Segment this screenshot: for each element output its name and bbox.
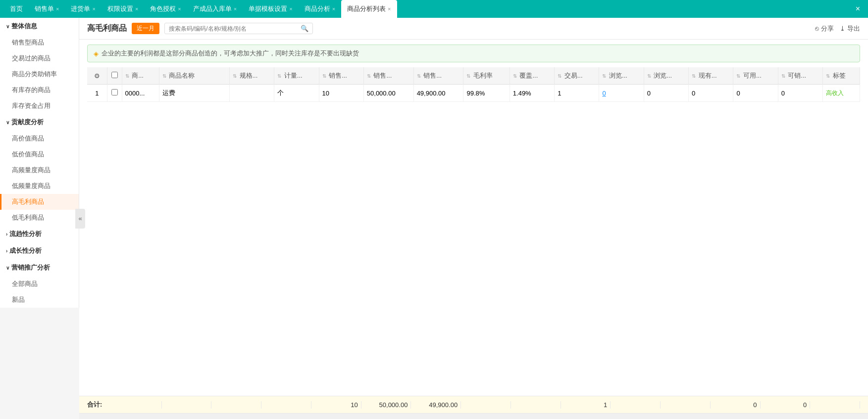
nav-tab-permissions[interactable]: 权限设置 × xyxy=(102,0,144,18)
top-navigation: 首页 销售单 × 进货单 × 权限设置 × 角色授权 × 产成品入库单 × 单据… xyxy=(0,0,868,18)
nav-tab-purchase[interactable]: 进货单 × xyxy=(65,0,101,18)
arrow-icon: ∨ xyxy=(6,120,9,125)
sidebar-item-sales-goods[interactable]: 销售型商品 xyxy=(0,35,79,50)
col-browse1[interactable]: ⇅ 浏览... xyxy=(599,67,644,85)
sort-icon: ⇅ xyxy=(466,73,470,79)
col-sales-amount[interactable]: ⇅ 销售... xyxy=(363,67,413,85)
col-settings[interactable]: ⚙ xyxy=(87,67,107,85)
col-unit[interactable]: ⇅ 计量... xyxy=(274,67,319,85)
close-icon[interactable]: × xyxy=(178,6,181,12)
table-row: 1 0000... 运费 个 10 50,000.00 49,900.00 99… xyxy=(87,85,860,102)
nav-tab-analysis[interactable]: 商品分析 × xyxy=(299,0,341,18)
share-icon: ⎋ xyxy=(815,25,819,32)
footer-cell-current-stock: 0 xyxy=(711,401,761,409)
nav-tab-analysis-list[interactable]: 商品分析列表 × xyxy=(341,0,397,18)
footer-cell-empty5 xyxy=(461,401,511,409)
sort-icon: ⇅ xyxy=(736,73,740,79)
sort-icon: ⇅ xyxy=(125,73,129,79)
cell-tag: 高收入 xyxy=(823,85,860,102)
horizontal-scrollbar[interactable] xyxy=(79,413,868,419)
col-available[interactable]: ⇅ 可用... xyxy=(733,67,778,85)
sidebar-item-new-goods[interactable]: 新品 xyxy=(0,292,79,308)
sort-icon: ⇅ xyxy=(513,73,517,79)
sidebar-collapse-button[interactable]: « xyxy=(75,209,85,229)
sort-icon: ⇅ xyxy=(781,73,785,79)
sidebar-section-overall[interactable]: ∨ 整体信息 xyxy=(0,18,79,35)
nav-tab-products[interactable]: 产成品入库单 × xyxy=(187,0,243,18)
col-code[interactable]: ⇅ 商... xyxy=(122,67,159,85)
sidebar-item-stock-capital[interactable]: 库存资金占用 xyxy=(0,98,79,114)
nav-tab-sales[interactable]: 销售单 × xyxy=(29,0,65,18)
cell-browse2: 0 xyxy=(644,85,688,102)
footer-cells: 10 50,000.00 49,900.00 1 0 0 xyxy=(112,401,860,409)
sort-icon: ⇅ xyxy=(162,73,166,79)
col-gross-margin[interactable]: ⇅ 毛利率 xyxy=(463,67,510,85)
footer-cell-available: 0 xyxy=(761,401,811,409)
cell-available: 0 xyxy=(733,85,778,102)
close-icon[interactable]: × xyxy=(135,6,138,12)
share-button[interactable]: ⎋ 分享 xyxy=(815,24,834,33)
sidebar-section-contribution[interactable]: ∨ 贡献度分析 xyxy=(0,114,79,131)
nav-tab-home[interactable]: 首页 xyxy=(4,0,29,18)
sidebar-item-traded-goods[interactable]: 交易过的商品 xyxy=(0,50,79,66)
footer-cell-transaction: 1 xyxy=(561,401,611,409)
col-transaction[interactable]: ⇅ 交易... xyxy=(555,67,599,85)
sidebar-section-marketing[interactable]: ∨ 营销推广分析 xyxy=(0,259,79,276)
sort-icon: ⇅ xyxy=(826,73,830,79)
col-checkbox[interactable] xyxy=(107,67,122,85)
sidebar-item-all-goods[interactable]: 全部商品 xyxy=(0,276,79,292)
arrow-icon: ∨ xyxy=(6,24,9,29)
footer-cell-empty2 xyxy=(162,401,212,409)
close-icon[interactable]: × xyxy=(234,6,237,12)
row-checkbox[interactable] xyxy=(111,89,118,95)
sidebar-item-high-margin[interactable]: 高毛利商品 xyxy=(0,194,79,210)
cell-transaction: 1 xyxy=(555,85,599,102)
footer-cell-empty9 xyxy=(810,401,860,409)
col-sales-qty[interactable]: ⇅ 销售... xyxy=(319,67,363,85)
col-coverage[interactable]: ⇅ 覆盖... xyxy=(510,67,554,85)
cell-gross-margin: 99.8% xyxy=(463,85,510,102)
search-box: 🔍 xyxy=(164,23,313,34)
close-icon[interactable]: × xyxy=(56,6,59,12)
cell-browse1[interactable]: 0 xyxy=(599,85,644,102)
sort-icon: ⇅ xyxy=(558,73,562,79)
cell-checkbox[interactable] xyxy=(107,85,122,102)
footer-cell-empty8 xyxy=(661,401,711,409)
sidebar-item-high-value[interactable]: 高价值商品 xyxy=(0,131,79,146)
col-current-stock[interactable]: ⇅ 现有... xyxy=(689,67,733,85)
arrow-icon: › xyxy=(6,248,7,254)
close-all-button[interactable]: × xyxy=(852,4,864,13)
col-sales-cost[interactable]: ⇅ 销售... xyxy=(413,67,463,85)
cell-coverage: 1.49% xyxy=(510,85,554,102)
select-all-checkbox[interactable] xyxy=(111,72,118,78)
sidebar-item-category-rate[interactable]: 商品分类助销率 xyxy=(0,66,79,82)
cell-code: 0000... xyxy=(122,85,159,102)
export-button[interactable]: ⤓ 导出 xyxy=(840,24,860,33)
nav-tab-roles[interactable]: 角色授权 × xyxy=(144,0,187,18)
col-tag[interactable]: ⇅ 标签 xyxy=(823,67,860,85)
table-container[interactable]: ⚙ ⇅ 商... ⇅ 商品名称 xyxy=(79,67,868,396)
sidebar-item-stock-goods[interactable]: 有库存的商品 xyxy=(0,82,79,98)
sidebar-section-trend[interactable]: › 流趋性分析 xyxy=(0,226,79,242)
footer-cell-empty1 xyxy=(112,401,162,409)
sidebar-item-low-value[interactable]: 低价值商品 xyxy=(0,146,79,162)
col-spec[interactable]: ⇅ 规格... xyxy=(229,67,274,85)
cell-saleable: 0 xyxy=(778,85,822,102)
close-icon[interactable]: × xyxy=(289,6,292,12)
sidebar-wrapper: ∨ 整体信息 销售型商品 交易过的商品 商品分类助销率 有库存的商品 库存资金占… xyxy=(0,18,79,419)
search-icon[interactable]: 🔍 xyxy=(301,25,308,32)
col-name[interactable]: ⇅ 商品名称 xyxy=(159,67,229,85)
close-icon[interactable]: × xyxy=(92,6,95,12)
sidebar-section-growth[interactable]: › 成长性分析 xyxy=(0,242,79,259)
footer-cell-empty7 xyxy=(611,401,661,409)
nav-tab-templates[interactable]: 单据模板设置 × xyxy=(243,0,298,18)
time-filter-button[interactable]: 近一月 xyxy=(132,23,159,34)
close-icon[interactable]: × xyxy=(388,6,391,12)
close-icon[interactable]: × xyxy=(332,6,335,12)
sidebar-item-low-freq[interactable]: 低频量度商品 xyxy=(0,178,79,194)
sidebar-item-low-margin[interactable]: 低毛利商品 xyxy=(0,210,79,226)
sidebar-item-high-freq[interactable]: 高频量度商品 xyxy=(0,162,79,178)
col-saleable[interactable]: ⇅ 可销... xyxy=(778,67,822,85)
col-browse2[interactable]: ⇅ 浏览... xyxy=(644,67,688,85)
search-input[interactable] xyxy=(169,25,298,32)
